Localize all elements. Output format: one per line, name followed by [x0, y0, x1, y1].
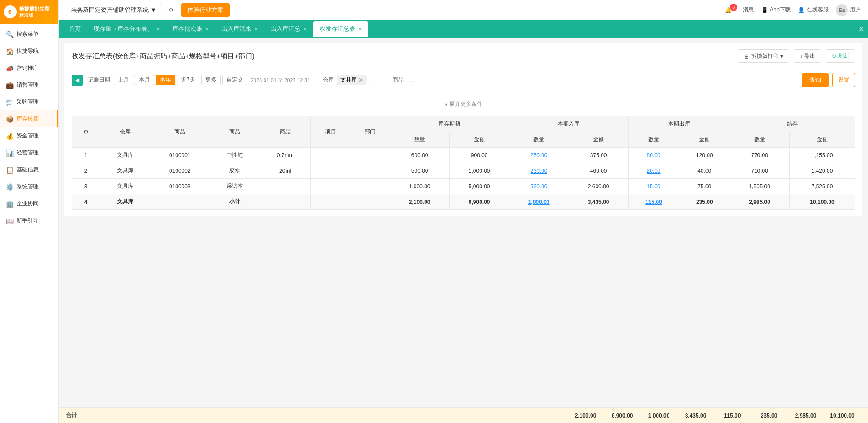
expand-more-section: ▾ 展开更多条件	[72, 98, 855, 111]
th-department: 部门	[350, 116, 390, 148]
close-all-tabs[interactable]: ✕	[858, 25, 864, 33]
cell-closing-qty-row-4: 2,985.00	[730, 194, 790, 210]
cell-closing-amt-row-3: 7,525.00	[790, 179, 855, 194]
tab-inventory-dist[interactable]: 现存量（库存分布表） ✕	[87, 21, 166, 37]
footer-out-amt: 235.00	[751, 412, 787, 419]
date-btn-this-month[interactable]: 本月	[135, 75, 154, 85]
sales-icon: 💼	[6, 82, 14, 89]
cell-out-qty-row-1[interactable]: 80.00	[628, 148, 679, 163]
tab-home[interactable]: 首页	[62, 21, 87, 37]
cell-in-amt-row-3: 2,600.00	[569, 179, 628, 194]
th-goods-code: 商品	[150, 116, 210, 148]
tab-close-inout-summary[interactable]: ✕	[303, 27, 307, 32]
link-out-qty[interactable]: 115.00	[645, 199, 662, 205]
link-in-qty[interactable]: 520.00	[531, 183, 547, 190]
sidebar-item-search[interactable]: 🔍 搜索菜单	[0, 26, 58, 43]
cell-row-num-row-3: 3	[72, 179, 100, 194]
tab-inout-flow[interactable]: 出入库流水 ✕	[215, 21, 264, 37]
experience-btn[interactable]: 体验行业方案	[181, 3, 230, 17]
sidebar-item-quicknav[interactable]: 🏠 快捷导航	[0, 43, 58, 60]
sidebar: 6 畅捷通好生意 标准版 🔍 搜索菜单 🏠 快捷导航 📣 营销推广 💼 销售管理…	[0, 0, 59, 423]
cell-out-amt-row-3: 75.00	[679, 179, 730, 194]
warehouse-label: 仓库	[323, 76, 334, 84]
filter-actions: 查询 设置	[802, 73, 855, 87]
cell-warehouse-row-3: 文具库	[100, 179, 150, 194]
goods-filter-more[interactable]: ...	[406, 76, 416, 84]
inventory-icon: 📦	[6, 115, 14, 123]
th-closing-group: 结存	[730, 116, 855, 132]
warehouse-filter-more[interactable]: ...	[370, 76, 380, 84]
th-out-qty: 数量	[628, 132, 679, 148]
export-button[interactable]: ↓ 导出	[794, 49, 821, 63]
sidebar-item-sales[interactable]: 💼 销售管理	[0, 77, 58, 93]
cell-project-row-2	[310, 163, 350, 179]
expand-more-btn[interactable]: ▾ 展开更多条件	[445, 100, 482, 108]
link-out-qty[interactable]: 80.00	[647, 152, 660, 159]
table-settings-icon[interactable]: ⚙	[83, 129, 88, 135]
tab-close-recv-send[interactable]: ✕	[358, 27, 362, 32]
online-service-item[interactable]: 👤 在线客服	[798, 6, 829, 14]
cell-out-qty-row-2[interactable]: 20.00	[628, 163, 679, 179]
link-in-qty[interactable]: 1,000.00	[528, 199, 550, 205]
sidebar-item-purchase[interactable]: 🛒 采购管理	[0, 93, 58, 110]
settings-button[interactable]: ⚙	[167, 5, 176, 15]
warehouse-tag-close[interactable]: ✕	[359, 77, 363, 83]
date-btn-7days[interactable]: 近7天	[177, 75, 199, 85]
cell-in-qty-row-2[interactable]: 230.00	[509, 163, 569, 179]
th-settings[interactable]: ⚙	[72, 116, 100, 148]
cell-out-qty-row-3[interactable]: 15.00	[628, 179, 679, 194]
sidebar-item-system[interactable]: ⚙️ 系统管理	[0, 178, 58, 195]
refresh-button[interactable]: ↻ 刷新	[826, 49, 855, 63]
sidebar-item-basicinfo[interactable]: 📋 基础信息	[0, 161, 58, 178]
cell-goods-code-row-3: 0100003	[150, 179, 210, 194]
sidebar-item-operations[interactable]: 📊 经营管理	[0, 144, 58, 161]
user-item[interactable]: Ea 用户	[836, 4, 861, 16]
footer-values: 2,100.00 6,900.00 1,000.00 3,435.00 115.…	[167, 412, 861, 419]
date-btn-more[interactable]: 更多	[201, 75, 221, 85]
link-out-qty[interactable]: 15.00	[647, 183, 660, 190]
date-btn-last-month[interactable]: 上月	[114, 75, 133, 85]
date-label: 记账日期	[88, 76, 110, 84]
query-button[interactable]: 查询	[802, 73, 829, 87]
cell-in-qty-row-1[interactable]: 250.00	[509, 148, 569, 163]
tab-inout-summary[interactable]: 出入库汇总 ✕	[264, 21, 313, 37]
link-in-qty[interactable]: 250.00	[531, 152, 547, 159]
th-in-qty: 数量	[509, 132, 569, 148]
notification-item[interactable]: 🔔 6 消息	[725, 6, 754, 14]
cell-department-row-3	[350, 179, 390, 194]
link-out-qty[interactable]: 20.00	[647, 168, 660, 174]
logo-text: 畅捷通好生意 标准版	[19, 5, 50, 18]
system-selector[interactable]: 装备及固定资产辅助管理系统 ▼	[66, 4, 161, 16]
cell-department-row-1	[350, 148, 390, 163]
tab-recv-send[interactable]: 收发存汇总表 ✕	[313, 21, 368, 37]
tab-close-inventory-dist[interactable]: ✕	[156, 27, 160, 32]
refresh-icon: ↻	[832, 53, 836, 60]
settings-small-button[interactable]: 设置	[832, 73, 855, 87]
date-btn-custom[interactable]: 自定义	[222, 75, 247, 85]
date-btn-this-year[interactable]: 本年	[156, 75, 175, 85]
cell-out-qty-row-4[interactable]: 115.00	[628, 194, 679, 210]
cell-in-qty-row-3[interactable]: 520.00	[509, 179, 569, 194]
print-button[interactable]: 🖨 拆锁版打印 ▾	[738, 49, 789, 63]
sidebar-item-inventory[interactable]: 📦 库存核算	[0, 110, 58, 127]
sidebar-logo: 6 畅捷通好生意 标准版	[0, 0, 58, 24]
footer-closing-amt: 10,100.00	[824, 412, 861, 419]
tab-batch[interactable]: 库存批次账 ✕	[166, 21, 215, 37]
cell-opening-amt-row-3: 5,000.00	[449, 179, 509, 194]
cell-opening-qty-row-4: 2,100.00	[390, 194, 449, 210]
sidebar-item-finance[interactable]: 💰 资金管理	[0, 127, 58, 144]
cell-department-row-4	[350, 194, 390, 210]
sidebar-item-newbie[interactable]: 📖 新手引导	[0, 212, 58, 229]
sidebar-item-marketing[interactable]: 📣 营销推广	[0, 60, 58, 77]
tab-close-inout-flow[interactable]: ✕	[254, 27, 258, 32]
link-in-qty[interactable]: 230.00	[531, 168, 547, 174]
sidebar-item-enterprise[interactable]: 🏢 企业协同	[0, 195, 58, 212]
cell-closing-amt-row-4: 10,100.00	[790, 194, 855, 210]
service-icon: 👤	[798, 7, 805, 13]
cell-goods-code-row-2: 0100002	[150, 163, 210, 179]
app-download-item[interactable]: 📱 App下载	[761, 6, 791, 14]
tab-close-batch[interactable]: ✕	[205, 27, 209, 32]
filter-toggle-btn[interactable]: ◀	[72, 75, 83, 86]
chevron-down-icon: ▾	[780, 53, 783, 60]
cell-in-qty-row-4[interactable]: 1,000.00	[509, 194, 569, 210]
